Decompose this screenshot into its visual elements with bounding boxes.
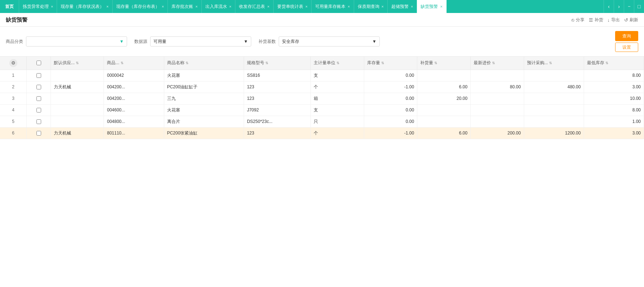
select-all-checkbox[interactable] — [36, 61, 41, 65]
col-header-spec[interactable]: 规格型号 ⇅ — [244, 57, 311, 70]
nav-tab-8-close[interactable]: × — [348, 4, 350, 9]
nav-tab-3[interactable]: 现存量（库存分布表） × — [113, 0, 168, 13]
nav-tab-5-close[interactable]: × — [229, 4, 231, 9]
nav-tab-9-label: 保质期查询 — [358, 4, 379, 10]
row-unit: 个 — [310, 127, 364, 139]
row-checkbox[interactable] — [36, 73, 41, 78]
row-supplier — [51, 70, 104, 81]
col-header-code[interactable]: 商品... ⇅ — [104, 57, 164, 70]
header-actions: ⎋ 分享 ☰ 补货 ↓ 导出 ↺ 刷新 — [571, 17, 639, 23]
row-spec: J7092 — [244, 104, 311, 116]
nav-tab-7-close[interactable]: × — [305, 4, 308, 9]
row-checkbox[interactable] — [36, 96, 41, 101]
nav-tab-7[interactable]: 要货单统计表 × — [274, 0, 312, 13]
row-price — [470, 116, 524, 127]
nav-tab-1-close[interactable]: × — [51, 4, 53, 9]
row-checkbox-cell — [27, 93, 51, 104]
row-checkbox-cell — [27, 104, 51, 116]
row-minstock: 10.00 — [584, 93, 644, 104]
nav-tab-9-close[interactable]: × — [382, 4, 384, 9]
row-minstock: 3.00 — [584, 81, 644, 93]
col-header-unit[interactable]: 主计量单位 ⇅ — [310, 57, 364, 70]
query-button[interactable]: 查询 — [615, 31, 638, 41]
nav-tab-1[interactable]: 拣货异常处理 × — [19, 0, 57, 13]
nav-tab-2-close[interactable]: × — [106, 4, 108, 9]
row-supplier: 力天机械 — [51, 127, 104, 139]
table-header-row: ⚙ 默认供应... ⇅ — [0, 57, 644, 70]
settings-button[interactable]: 设置 — [615, 43, 638, 52]
refresh-button[interactable]: ↺ 刷新 — [624, 17, 638, 23]
col-unit-sort-icon: ⇅ — [336, 61, 339, 65]
col-name-label: 商品名称 — [167, 60, 184, 66]
nav-tab-2[interactable]: 现存量（库存状况表） × — [57, 0, 112, 13]
col-supplier-label: 默认供应... — [54, 60, 75, 66]
replenish-button[interactable]: ☰ 补货 — [589, 17, 603, 23]
row-index: 4 — [0, 104, 27, 116]
nav-tab-6-label: 收发存汇总表 — [239, 4, 265, 10]
col-header-stock[interactable]: 库存量 ⇅ — [364, 57, 417, 70]
row-code: 0000042 — [104, 70, 164, 81]
row-checkbox-cell — [27, 127, 51, 139]
nav-arrows: ‹ › － □ — [604, 0, 644, 13]
column-settings-icon[interactable]: ⚙ — [9, 59, 17, 67]
nav-tab-6-close[interactable]: × — [267, 4, 269, 9]
col-header-name[interactable]: 商品名称 ⇅ — [164, 57, 244, 70]
row-minstock: 3.00 — [584, 127, 644, 139]
nav-tab-11-close[interactable]: × — [440, 4, 442, 9]
row-supplier — [51, 116, 104, 127]
nav-tab-8[interactable]: 可用量库存账本 × — [312, 0, 354, 13]
row-minstock: 8.00 — [584, 104, 644, 116]
col-price-label: 最新进价 — [474, 60, 491, 66]
refresh-icon: ↺ — [624, 17, 628, 23]
row-checkbox[interactable] — [36, 85, 41, 89]
row-stock: 0.00 — [364, 93, 417, 104]
nav-tab-11[interactable]: 缺货预警 × — [417, 0, 446, 13]
row-checkbox[interactable] — [36, 131, 41, 136]
row-purchase — [524, 93, 584, 104]
nav-tab-5[interactable]: 出入库流水 × — [202, 0, 235, 13]
share-icon: ⎋ — [571, 17, 574, 23]
row-name: 离合片 — [164, 116, 244, 127]
row-unit: 个 — [310, 81, 364, 93]
nav-tab-4[interactable]: 库存批次账 × — [168, 0, 201, 13]
datasource-value: 可用量 — [153, 39, 166, 45]
table-row: 6 力天机械 801110... PC200张紧油缸 123 个 -1.00 6… — [0, 127, 644, 139]
nav-minimize-btn[interactable]: － — [624, 0, 634, 13]
share-button[interactable]: ⎋ 分享 — [571, 17, 584, 23]
col-header-price[interactable]: 最新进价 ⇅ — [470, 57, 524, 70]
row-spec: 123 — [244, 81, 311, 93]
nav-tab-10-close[interactable]: × — [411, 4, 413, 9]
nav-tab-3-close[interactable]: × — [162, 4, 164, 9]
col-stock-sort-icon: ⇅ — [381, 61, 384, 65]
col-header-supplier[interactable]: 默认供应... ⇅ — [51, 57, 104, 70]
row-name: 火花塞 — [164, 70, 244, 81]
replenish-base-arrow-icon: ▼ — [372, 39, 377, 44]
nav-tab-10[interactable]: 超储预警 × — [388, 0, 417, 13]
data-table: ⚙ 默认供应... ⇅ — [0, 57, 644, 139]
row-spec: 123 — [244, 127, 311, 139]
row-price — [470, 70, 524, 81]
col-header-replenish[interactable]: 补货量 ⇅ — [417, 57, 471, 70]
nav-prev-btn[interactable]: ‹ — [604, 0, 614, 13]
row-supplier — [51, 104, 104, 116]
nav-tab-4-close[interactable]: × — [195, 4, 197, 9]
nav-tab-6[interactable]: 收发存汇总表 × — [235, 0, 273, 13]
row-checkbox[interactable] — [36, 108, 41, 112]
row-minstock: 8.00 — [584, 70, 644, 81]
row-replenish: 6.00 — [417, 127, 471, 139]
replenish-base-select[interactable]: 安全库存 ▼ — [279, 36, 380, 47]
datasource-select[interactable]: 可用量 ▼ — [150, 36, 251, 47]
nav-tab-9[interactable]: 保质期查询 × — [354, 0, 388, 13]
row-supplier: 力天机械 — [51, 81, 104, 93]
col-header-minstock[interactable]: 最低库存 ⇅ — [584, 57, 644, 70]
row-name: PC200张紧油缸 — [164, 127, 244, 139]
row-index: 3 — [0, 93, 27, 104]
nav-next-btn[interactable]: › — [614, 0, 624, 13]
export-button[interactable]: ↓ 导出 — [608, 17, 620, 23]
nav-tab-home[interactable]: 首页 — [0, 0, 19, 13]
row-index: 6 — [0, 127, 27, 139]
col-header-purchase[interactable]: 预计采购... ⇅ — [524, 57, 584, 70]
nav-maximize-btn[interactable]: □ — [634, 0, 644, 13]
category-select[interactable]: ▼ — [26, 36, 127, 47]
row-checkbox[interactable] — [36, 119, 41, 124]
